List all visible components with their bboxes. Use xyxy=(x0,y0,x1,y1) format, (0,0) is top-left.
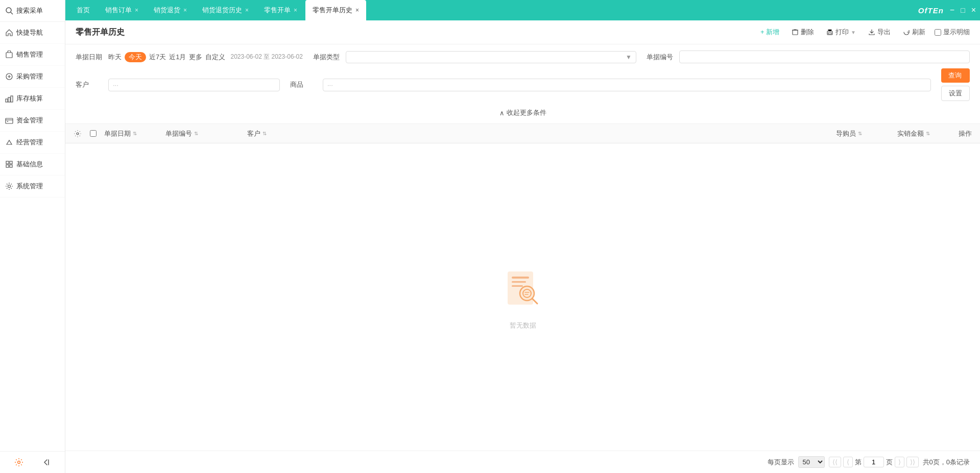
empty-illustration xyxy=(497,264,548,315)
sidebar-item-finance-mgmt[interactable]: 资金管理 xyxy=(0,110,65,132)
sidebar-item-system-mgmt[interactable]: 系统管理 xyxy=(0,176,65,197)
date-field: 单据日期 昨天 今天 近7天 近1月 更多 自定义 2023-06-02 至 2… xyxy=(76,52,303,62)
close-btn[interactable]: × xyxy=(971,6,976,15)
date-7days[interactable]: 近7天 xyxy=(149,53,166,62)
pagination-next[interactable]: ⟩ xyxy=(895,457,904,467)
search-row-2: 客户 ··· 商品 ··· 查询 设置 xyxy=(76,68,970,101)
toolbar: + 新增 删除 打印 ▼ 导出 刷新 显示明细 xyxy=(757,26,970,39)
tab-retail-open-history[interactable]: 零售开单历史 × xyxy=(305,0,366,20)
date-today[interactable]: 今天 xyxy=(125,52,146,62)
finance-icon xyxy=(5,116,13,125)
page-title: 零售开单历史 xyxy=(76,27,125,38)
tab-sales-return[interactable]: 销货退货 × xyxy=(147,0,194,20)
sidebar-item-operations-mgmt[interactable]: 经营管理 xyxy=(0,132,65,154)
search-area: 单据日期 昨天 今天 近7天 近1月 更多 自定义 2023-06-02 至 2… xyxy=(65,44,980,124)
svg-point-13 xyxy=(8,185,11,188)
tab-retail-open[interactable]: 零售开单 × xyxy=(257,0,304,20)
export-icon xyxy=(868,29,875,36)
svg-rect-12 xyxy=(10,165,12,167)
goods-label: 商品 xyxy=(290,80,319,89)
sort-amount-icon: ⇅ xyxy=(926,131,930,136)
sales-icon xyxy=(5,51,13,59)
tab-close-retail-open-history[interactable]: × xyxy=(355,7,359,14)
doc-no-label: 单据编号 xyxy=(647,53,675,62)
tab-close-retail-open[interactable]: × xyxy=(294,7,297,14)
sidebar-search[interactable]: 搜索采单 xyxy=(0,0,65,22)
th-salesman-label: 导购员 xyxy=(836,129,856,138)
th-salesman[interactable]: 导购员 ⇅ xyxy=(832,129,893,138)
date-yesterday[interactable]: 昨天 xyxy=(108,53,122,62)
sort-date-icon: ⇅ xyxy=(133,131,137,136)
settings-gear-icon[interactable] xyxy=(14,458,23,467)
refresh-icon xyxy=(903,29,910,36)
th-date-label: 单据日期 xyxy=(104,129,131,138)
table-select-all[interactable] xyxy=(86,130,100,137)
sidebar-label-operations-mgmt: 经营管理 xyxy=(16,138,43,147)
date-more[interactable]: 更多 xyxy=(189,53,202,62)
date-custom[interactable]: 自定义 xyxy=(205,53,225,62)
tab-sales-return-history[interactable]: 销货退货历史 × xyxy=(195,0,256,20)
sidebar-item-purchase-mgmt[interactable]: 采购管理 xyxy=(0,66,65,88)
date-label: 单据日期 xyxy=(76,53,104,62)
sidebar: 搜索采单 快捷导航 销售管理 采购管理 库存核算 xyxy=(0,0,65,473)
th-customer[interactable]: 客户 ⇅ xyxy=(243,129,832,138)
svg-point-8 xyxy=(7,121,8,122)
svg-rect-23 xyxy=(512,281,526,283)
date-1month[interactable]: 近1月 xyxy=(169,53,186,62)
sidebar-search-label: 搜索采单 xyxy=(16,6,43,15)
delete-icon xyxy=(792,29,799,36)
pagination: 每页显示 50 20 100 200 ⟨⟨ ⟨ 第 页 ⟩ ⟩⟩ 共0页，0条记… xyxy=(65,451,980,473)
tab-bar: 首页 销售订单 × 销货退货 × 销货退货历史 × 零售开单 × 零售开单历史 … xyxy=(65,0,980,20)
settings-table-icon xyxy=(74,130,82,138)
sidebar-item-inventory-calc[interactable]: 库存核算 xyxy=(0,88,65,110)
maximize-btn[interactable]: □ xyxy=(961,6,965,14)
sidebar-item-sales-mgmt[interactable]: 销售管理 xyxy=(0,44,65,66)
tab-sales-order[interactable]: 销售订单 × xyxy=(98,0,146,20)
delete-btn[interactable]: 删除 xyxy=(788,26,817,39)
tab-home[interactable]: 首页 xyxy=(69,0,97,20)
export-btn[interactable]: 导出 xyxy=(865,26,894,39)
pagination-info: 共0页，0条记录 xyxy=(923,458,970,467)
customer-input[interactable]: ··· xyxy=(108,79,280,91)
refresh-btn[interactable]: 刷新 xyxy=(900,26,928,39)
tab-close-sales-return-history[interactable]: × xyxy=(245,7,249,14)
pagination-prev[interactable]: ⟨ xyxy=(843,457,853,467)
th-no[interactable]: 单据编号 ⇅ xyxy=(161,129,243,138)
sidebar-label-quick-nav: 快捷导航 xyxy=(16,28,43,37)
svg-line-1 xyxy=(11,12,13,14)
print-btn[interactable]: 打印 ▼ xyxy=(823,26,859,39)
per-page-label: 每页显示 xyxy=(768,458,794,467)
svg-point-0 xyxy=(6,8,11,13)
th-amount[interactable]: 实销金额 ⇅ xyxy=(893,129,954,138)
goods-input[interactable]: ··· xyxy=(323,79,931,91)
pagination-last[interactable]: ⟩⟩ xyxy=(906,457,919,467)
sidebar-item-quick-nav[interactable]: 快捷导航 xyxy=(0,22,65,44)
sidebar-label-finance-mgmt: 资金管理 xyxy=(16,116,43,125)
page-number-input[interactable] xyxy=(864,457,884,467)
minimize-btn[interactable]: − xyxy=(950,6,954,15)
customer-field: 客户 ··· xyxy=(76,79,280,91)
svg-point-14 xyxy=(17,461,20,464)
sidebar-item-basic-info[interactable]: 基础信息 xyxy=(0,154,65,176)
tab-close-sales-return[interactable]: × xyxy=(183,7,187,14)
svg-rect-5 xyxy=(8,97,10,102)
display-detail-checkbox[interactable]: 显示明细 xyxy=(935,28,970,37)
doc-type-label: 单据类型 xyxy=(313,53,342,62)
query-btn[interactable]: 查询 xyxy=(941,68,970,83)
goods-placeholder: ··· xyxy=(327,81,333,89)
table-settings-btn[interactable] xyxy=(69,130,86,138)
collapse-conditions-btn[interactable]: ∧ 收起更多条件 xyxy=(76,106,970,119)
doc-type-select[interactable]: ▼ xyxy=(346,51,636,63)
tab-close-sales-order[interactable]: × xyxy=(135,7,138,14)
per-page-select[interactable]: 50 20 100 200 xyxy=(798,456,825,468)
add-btn[interactable]: + 新增 xyxy=(757,26,782,39)
th-actions: 操作 xyxy=(954,129,976,138)
collapse-sidebar-icon[interactable] xyxy=(41,458,51,467)
svg-rect-11 xyxy=(6,165,9,167)
settings-search-btn[interactable]: 设置 xyxy=(941,86,970,101)
pagination-first[interactable]: ⟨⟨ xyxy=(829,457,841,467)
inventory-icon xyxy=(5,94,13,103)
doc-no-input[interactable] xyxy=(679,51,970,63)
system-icon xyxy=(5,182,13,190)
th-date[interactable]: 单据日期 ⇅ xyxy=(100,129,161,138)
